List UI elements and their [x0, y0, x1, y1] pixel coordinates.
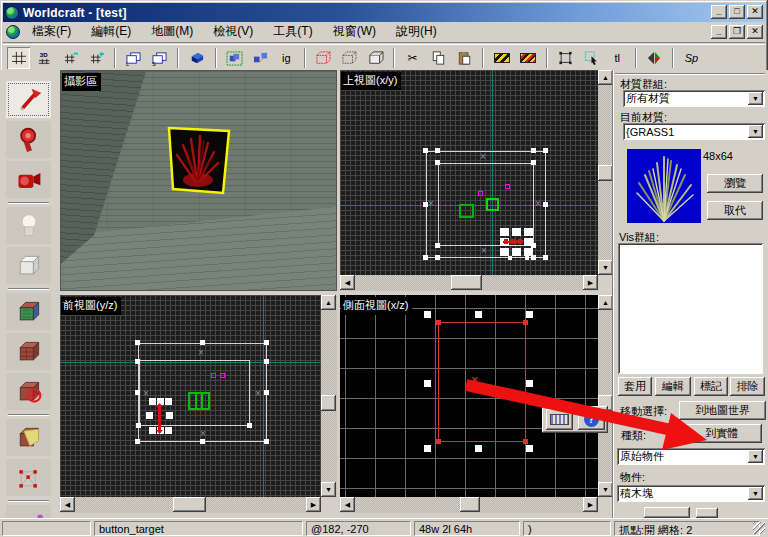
- menu-help[interactable]: 說明(H): [386, 21, 447, 43]
- selected-brush-3d[interactable]: [61, 71, 337, 291]
- to-world-button[interactable]: 到地圖世界: [679, 401, 766, 420]
- ime-toolbar[interactable]: ?: [542, 406, 608, 433]
- replace-button[interactable]: 取代: [707, 201, 763, 220]
- selected-brush-outline[interactable]: [438, 322, 526, 442]
- split-face-button[interactable]: [643, 47, 666, 69]
- side-hscrollbar[interactable]: ◀▶: [340, 497, 598, 513]
- entity-tool-button[interactable]: [6, 207, 51, 244]
- entity-point-magenta-2[interactable]: [220, 373, 225, 378]
- ungroup-button[interactable]: [249, 47, 272, 69]
- current-texture-select[interactable]: {GRASS1 ▼: [623, 123, 765, 140]
- save-window-state-button[interactable]: S: [148, 47, 171, 69]
- apply-texture-tool-button[interactable]: [6, 333, 51, 370]
- select-handles-button[interactable]: [554, 47, 577, 69]
- close-button[interactable]: ✕: [747, 5, 763, 19]
- carve-button[interactable]: [490, 47, 513, 69]
- toggle-3d-grid-button[interactable]: 3D: [33, 47, 56, 69]
- chevron-down-icon[interactable]: ▼: [748, 92, 763, 105]
- toggle-grid-button[interactable]: [7, 47, 30, 69]
- viewport-front[interactable]: ×× ×× 前視圖(y/z) ▲▼ ◀▶: [60, 295, 337, 513]
- entity-box-green-2[interactable]: [486, 198, 499, 211]
- select-mode-button[interactable]: [580, 47, 603, 69]
- vis-apply-button[interactable]: 套用: [618, 377, 652, 396]
- viewport-top[interactable]: ×× ×× 上視圖(x/y) ▲▼ ◀▶: [340, 70, 614, 291]
- apply-decals-tool-button[interactable]: [6, 373, 51, 410]
- vis-mark-button[interactable]: 標記: [694, 377, 728, 396]
- mdi-restore-button[interactable]: ❐: [729, 25, 745, 39]
- morph-button[interactable]: Sp: [680, 47, 703, 69]
- keyboard-icon[interactable]: [546, 409, 573, 430]
- entity-box-green[interactable]: [188, 392, 210, 410]
- cut-button[interactable]: ✂: [401, 47, 424, 69]
- clipped-button[interactable]: [644, 507, 690, 518]
- entity-point-magenta[interactable]: [478, 191, 483, 196]
- resize-grip[interactable]: [753, 522, 765, 534]
- entity-point-magenta-2[interactable]: [505, 184, 510, 189]
- selection-tool-button[interactable]: [6, 81, 51, 118]
- viewport-top-label: 上視圖(x/y): [341, 72, 401, 90]
- run-map-button[interactable]: [186, 47, 209, 69]
- selection-center-mark: ×: [471, 372, 479, 387]
- front-hscrollbar[interactable]: ◀▶: [60, 497, 321, 513]
- viewport-side-canvas[interactable]: ×: [340, 295, 598, 497]
- camera-tool-button[interactable]: [6, 161, 51, 198]
- viewport-side[interactable]: × 側面視圖(x/z) ▲▼ ◀▶: [340, 295, 614, 513]
- status-bar: button_target @182, -270 48w 2l 64h ) 抓點…: [0, 518, 768, 537]
- entity-point-magenta[interactable]: [211, 373, 216, 378]
- browse-button[interactable]: 瀏覽: [707, 174, 763, 193]
- clipping-tool-button[interactable]: [6, 419, 51, 456]
- load-window-state-button[interactable]: L: [122, 47, 145, 69]
- texture-preview: [627, 149, 701, 223]
- make-hollow-button[interactable]: [516, 47, 539, 69]
- chevron-down-icon[interactable]: ▼: [748, 487, 763, 500]
- magnify-tool-button[interactable]: [6, 121, 51, 158]
- clipped-button-2[interactable]: [696, 508, 718, 518]
- title-bar[interactable]: Worldcraft - [test] _ □ ✕: [3, 3, 765, 22]
- menu-edit[interactable]: 編輯(E): [81, 21, 141, 43]
- object-select[interactable]: 積木塊 ▼: [617, 485, 765, 502]
- worldcraft-window: Worldcraft - [test] _ □ ✕ 檔案(F) 編輯(E) 地圖…: [0, 0, 768, 537]
- menu-view[interactable]: 檢視(V): [203, 21, 263, 43]
- vis-edit-button[interactable]: 編輯: [655, 377, 691, 396]
- menu-tools[interactable]: 工具(T): [263, 21, 322, 43]
- block-tool-button[interactable]: [6, 247, 51, 284]
- menu-file[interactable]: 檔案(F): [22, 21, 81, 43]
- vis-groups-listbox[interactable]: [618, 243, 763, 374]
- larger-grid-button[interactable]: [85, 47, 108, 69]
- menu-window[interactable]: 視窗(W): [323, 21, 386, 43]
- tool-sidebar: [0, 70, 57, 518]
- top-hscrollbar[interactable]: ◀▶: [340, 275, 598, 291]
- minimize-button[interactable]: _: [711, 5, 727, 19]
- scissors-icon: ✂: [408, 51, 418, 65]
- status-coordinates: @182, -270: [306, 521, 411, 536]
- paste-button[interactable]: [453, 47, 476, 69]
- vis-exclude-button[interactable]: 排除: [730, 377, 765, 396]
- svg-text:3D: 3D: [39, 51, 47, 58]
- viewport-3d[interactable]: 攝影區: [60, 70, 337, 291]
- maximize-button[interactable]: □: [729, 5, 745, 19]
- to-entity-button[interactable]: 到實體: [681, 424, 762, 443]
- hide-unselected-button[interactable]: [338, 47, 361, 69]
- ignore-groups-button[interactable]: ig: [275, 47, 298, 69]
- front-vscrollbar[interactable]: ▲▼: [321, 295, 337, 497]
- mdi-close-button[interactable]: ✕: [747, 25, 763, 39]
- menu-map[interactable]: 地圖(M): [141, 21, 203, 43]
- texture-application-tool-button[interactable]: [6, 293, 51, 330]
- texture-lock-button[interactable]: tl: [606, 47, 629, 69]
- vertex-tool-button[interactable]: [6, 459, 51, 496]
- show-all-button[interactable]: [364, 47, 387, 69]
- status-selection-name: button_target: [94, 521, 303, 536]
- smaller-grid-button[interactable]: [59, 47, 82, 69]
- mdi-minimize-button[interactable]: _: [711, 25, 727, 39]
- chevron-down-icon[interactable]: ▼: [748, 125, 763, 138]
- group-button[interactable]: [223, 47, 246, 69]
- texture-group-select[interactable]: 所有材質 ▼: [623, 90, 765, 107]
- entity-box-green[interactable]: [459, 204, 474, 218]
- category-select[interactable]: 原始物件 ▼: [617, 448, 765, 465]
- viewport-front-canvas[interactable]: ×× ××: [60, 295, 321, 497]
- help-icon[interactable]: ?: [578, 409, 605, 430]
- copy-button[interactable]: [427, 47, 450, 69]
- hide-selected-button[interactable]: [312, 47, 335, 69]
- viewport-top-canvas[interactable]: ×× ××: [340, 70, 598, 275]
- chevron-down-icon[interactable]: ▼: [748, 450, 763, 463]
